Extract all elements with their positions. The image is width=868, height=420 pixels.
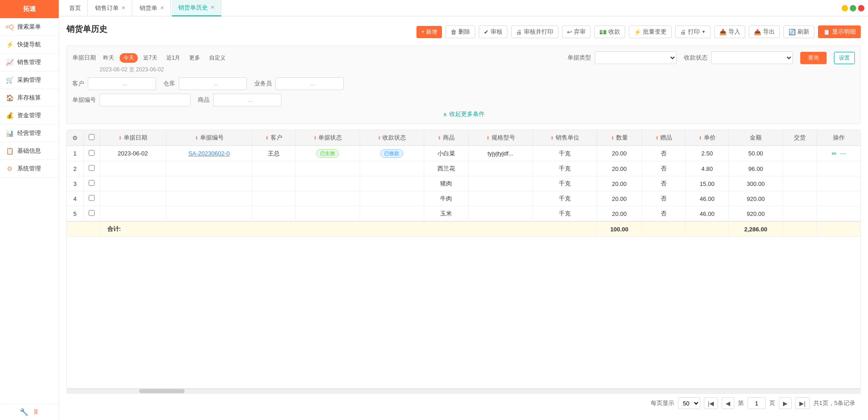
sidebar-item-quick-nav[interactable]: ⚡ 快捷导航 xyxy=(0,36,59,54)
show-detail-button[interactable]: 📋 显示明细 xyxy=(818,25,861,38)
sidebar-item-search-menu[interactable]: ≡Q 搜索菜单 xyxy=(0,18,59,36)
tab-sales-history-close[interactable]: ✕ xyxy=(211,5,215,10)
col-doc-date[interactable]: ⬆ 单据日期 xyxy=(100,130,166,146)
minimize-button[interactable] xyxy=(842,5,848,11)
col-unit-price[interactable]: ⬆ 单价 xyxy=(685,130,729,146)
tab-home[interactable]: 首页 xyxy=(63,0,88,16)
doc-no-link[interactable]: SA-20230602-0 xyxy=(188,150,230,157)
warehouse-input[interactable]: ... xyxy=(179,77,247,90)
import-button[interactable]: 📥 导入 xyxy=(714,25,745,38)
row-select-checkbox[interactable] xyxy=(89,180,95,186)
print-button[interactable]: 🖨 打印 ▼ xyxy=(675,25,711,38)
per-page-select[interactable]: 50 xyxy=(678,397,700,409)
col-qty[interactable]: ⬆ 数量 xyxy=(597,130,642,146)
row-checkbox[interactable] xyxy=(83,206,100,222)
sidebar-item-inventory-calc[interactable]: 🏠 库存核算 xyxy=(0,89,59,107)
cell-doc-no[interactable] xyxy=(166,161,252,176)
cell-doc-no[interactable] xyxy=(166,191,252,206)
horizontal-scrollbar[interactable] xyxy=(66,389,861,393)
row-select-checkbox[interactable] xyxy=(89,195,95,201)
col-gift[interactable]: ⬆ 赠品 xyxy=(642,130,686,146)
sidebar-pause-icon[interactable]: ⏸ xyxy=(32,408,40,416)
cell-doc-no[interactable] xyxy=(166,206,252,222)
sidebar-item-basic-info[interactable]: 📋 基础信息 xyxy=(0,142,59,160)
page-number-input[interactable] xyxy=(748,397,766,409)
col-settings[interactable]: ⚙ xyxy=(67,130,83,146)
salesperson-input[interactable]: ... xyxy=(276,77,344,90)
cell-sales-unit: 千克 xyxy=(532,176,597,191)
export-button[interactable]: 📤 导出 xyxy=(749,25,780,38)
row-checkbox[interactable] xyxy=(83,191,100,206)
goods-input[interactable]: ... xyxy=(213,94,281,106)
date-tab-more[interactable]: 更多 xyxy=(186,53,204,63)
quick-nav-icon: ⚡ xyxy=(5,40,14,49)
col-doc-no[interactable]: ⬆ 单据编号 xyxy=(166,130,252,146)
col-doc-status[interactable]: ⬆ 单据状态 xyxy=(296,130,360,146)
row-checkbox[interactable] xyxy=(83,176,100,191)
date-tab-7days[interactable]: 近7天 xyxy=(140,53,161,63)
col-collect-status[interactable]: ⬆ 收款状态 xyxy=(360,130,424,146)
delete-button[interactable]: 🗑 删除 xyxy=(446,25,475,38)
row-checkbox[interactable] xyxy=(83,161,100,176)
date-tab-custom[interactable]: 自定义 xyxy=(206,53,229,63)
doc-type-select[interactable] xyxy=(595,51,677,64)
next-page-button[interactable]: ▶ xyxy=(779,397,792,409)
row-select-checkbox[interactable] xyxy=(89,165,95,171)
col-spec-type[interactable]: ⬆ 规格型号 xyxy=(468,130,532,146)
select-all-checkbox[interactable] xyxy=(89,134,95,140)
refresh-button[interactable]: 🔄 刷新 xyxy=(783,25,814,38)
sidebar-item-finance-mgmt[interactable]: 💰 资金管理 xyxy=(0,107,59,125)
col-amount[interactable]: 金额 xyxy=(729,130,783,146)
row-select-checkbox[interactable] xyxy=(89,150,95,156)
review-print-button[interactable]: 🖨 审核并打印 xyxy=(511,25,558,38)
date-tab-today[interactable]: 今天 xyxy=(120,53,138,63)
settings-button[interactable]: 设置 xyxy=(834,52,855,64)
collect-status-select[interactable] xyxy=(711,51,793,64)
sidebar-item-operations-mgmt[interactable]: 📊 经营管理 xyxy=(0,125,59,142)
collect-button[interactable]: 💵 收款 xyxy=(594,25,625,38)
abandon-button[interactable]: ↩ 弃审 xyxy=(562,25,591,38)
cell-doc-no[interactable]: SA-20230602-0 xyxy=(166,146,252,161)
col-trade[interactable]: 交货 xyxy=(783,130,817,146)
customer-dots-icon[interactable]: ... xyxy=(123,80,153,87)
salesperson-label: 业务员 xyxy=(254,80,272,88)
scrollbar-thumb[interactable] xyxy=(139,389,185,393)
collapse-button[interactable]: ∧ 收起更多条件 xyxy=(72,110,855,118)
sidebar-item-system-mgmt[interactable]: ⚙ 系统管理 xyxy=(0,160,59,178)
maximize-button[interactable] xyxy=(850,5,856,11)
date-tab-yesterday[interactable]: 昨天 xyxy=(100,53,118,63)
new-button[interactable]: + 新增 xyxy=(416,26,442,38)
sidebar-settings-icon[interactable]: 🔧 xyxy=(20,408,29,416)
filter-collect-status: 收款状态 xyxy=(684,51,793,64)
query-button[interactable]: 查询 xyxy=(800,52,827,64)
doc-no-input[interactable] xyxy=(100,94,191,106)
salesperson-dots-icon[interactable]: ... xyxy=(311,80,341,87)
batch-change-button[interactable]: ⚡ 批量变更 xyxy=(629,25,672,38)
col-goods[interactable]: ⬆ 商品 xyxy=(424,130,468,146)
system-mgmt-icon: ⚙ xyxy=(5,165,14,173)
tab-sales-delivery[interactable]: 销货单 ✕ xyxy=(133,0,171,16)
tab-sales-order[interactable]: 销售订单 ✕ xyxy=(89,0,132,16)
more-action-icon[interactable]: ⋯ xyxy=(840,150,846,157)
col-customer[interactable]: ⬆ 客户 xyxy=(252,130,296,146)
review-button[interactable]: ✔ 审核 xyxy=(479,25,507,38)
row-checkbox[interactable] xyxy=(83,146,100,161)
close-button[interactable] xyxy=(858,5,864,11)
last-page-button[interactable]: ▶| xyxy=(795,397,809,409)
tab-sales-delivery-close[interactable]: ✕ xyxy=(160,5,164,11)
prev-page-button[interactable]: ◀ xyxy=(722,397,734,409)
warehouse-dots-icon[interactable]: ... xyxy=(214,80,244,87)
sidebar-item-purchase-mgmt[interactable]: 🛒 采购管理 xyxy=(0,71,59,89)
edit-icon[interactable]: ✏ xyxy=(832,150,837,157)
goods-dots-icon[interactable]: ... xyxy=(248,97,278,103)
cell-doc-no[interactable] xyxy=(166,176,252,191)
tab-sales-order-close[interactable]: ✕ xyxy=(121,5,125,11)
col-sales-unit[interactable]: ⬆ 销售单位 xyxy=(532,130,597,146)
row-select-checkbox[interactable] xyxy=(89,210,95,216)
customer-input[interactable]: ... xyxy=(88,77,156,90)
col-checkbox[interactable] xyxy=(83,130,100,146)
tab-sales-history[interactable]: 销货单历史 ✕ xyxy=(172,0,221,16)
sidebar-item-sales-mgmt[interactable]: 📈 销售管理 xyxy=(0,54,59,71)
date-tab-1month[interactable]: 近1月 xyxy=(163,53,184,63)
first-page-button[interactable]: |◀ xyxy=(704,397,718,409)
